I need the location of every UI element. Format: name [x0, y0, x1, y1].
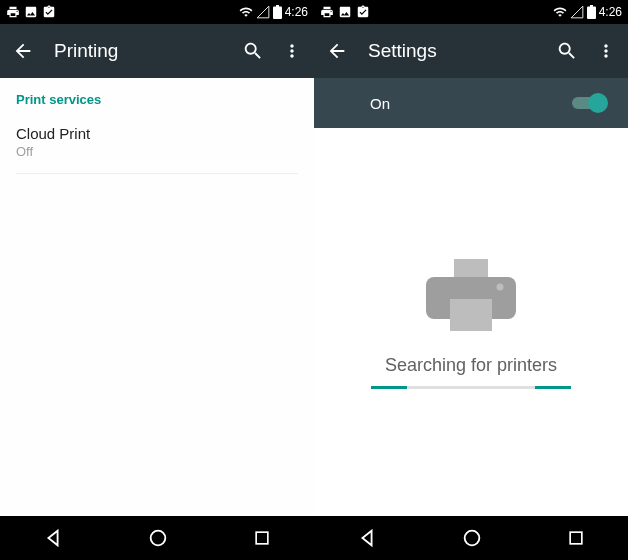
- svg-rect-5: [590, 5, 593, 7]
- signal-icon: [570, 5, 584, 19]
- print-icon: [320, 5, 334, 19]
- nav-home-button[interactable]: [461, 527, 483, 549]
- page-title: Printing: [54, 40, 222, 62]
- search-status-text: Searching for printers: [385, 355, 557, 376]
- svg-rect-10: [570, 532, 582, 544]
- toggle-label: On: [370, 95, 572, 112]
- signal-icon: [256, 5, 270, 19]
- app-bar: Settings: [314, 24, 628, 78]
- status-bar: 4:26: [0, 0, 314, 24]
- svg-point-9: [465, 531, 480, 546]
- list-item-title: Cloud Print: [16, 125, 298, 142]
- service-toggle[interactable]: [572, 93, 608, 113]
- overflow-menu-button[interactable]: [282, 41, 302, 61]
- nav-home-button[interactable]: [147, 527, 169, 549]
- printer-icon: [426, 255, 516, 335]
- phone-printing: 4:26 Printing Print services Cloud Print…: [0, 0, 314, 560]
- battery-icon: [587, 5, 596, 19]
- svg-rect-1: [276, 5, 279, 7]
- search-button[interactable]: [242, 40, 264, 62]
- navigation-bar: [0, 516, 314, 560]
- nav-recents-button[interactable]: [566, 528, 586, 548]
- content-area: Searching for printers: [314, 128, 628, 516]
- page-title: Settings: [368, 40, 536, 62]
- toggle-bar: On: [314, 78, 628, 128]
- svg-rect-4: [587, 7, 596, 20]
- svg-rect-8: [450, 299, 492, 331]
- svg-point-2: [151, 531, 166, 546]
- back-button[interactable]: [326, 40, 348, 62]
- image-icon: [338, 5, 352, 19]
- back-button[interactable]: [12, 40, 34, 62]
- svg-point-7: [497, 284, 504, 291]
- battery-icon: [273, 5, 282, 19]
- status-time: 4:26: [599, 5, 622, 19]
- nav-back-button[interactable]: [356, 527, 378, 549]
- svg-rect-3: [256, 532, 268, 544]
- print-icon: [6, 5, 20, 19]
- print-service-item[interactable]: Cloud Print Off: [16, 121, 298, 174]
- image-icon: [24, 5, 38, 19]
- status-time: 4:26: [285, 5, 308, 19]
- overflow-menu-button[interactable]: [596, 41, 616, 61]
- clipboard-icon: [42, 5, 56, 19]
- section-header: Print services: [16, 92, 298, 107]
- status-bar: 4:26: [314, 0, 628, 24]
- nav-recents-button[interactable]: [252, 528, 272, 548]
- clipboard-icon: [356, 5, 370, 19]
- wifi-icon: [553, 5, 567, 19]
- app-bar: Printing: [0, 24, 314, 78]
- progress-indicator: [371, 386, 571, 389]
- svg-rect-0: [273, 7, 282, 20]
- nav-back-button[interactable]: [42, 527, 64, 549]
- search-button[interactable]: [556, 40, 578, 62]
- wifi-icon: [239, 5, 253, 19]
- phone-settings: 4:26 Settings On Searching for printers: [314, 0, 628, 560]
- list-item-status: Off: [16, 144, 298, 159]
- content-area: Print services Cloud Print Off: [0, 78, 314, 516]
- svg-rect-6: [454, 259, 488, 277]
- navigation-bar: [314, 516, 628, 560]
